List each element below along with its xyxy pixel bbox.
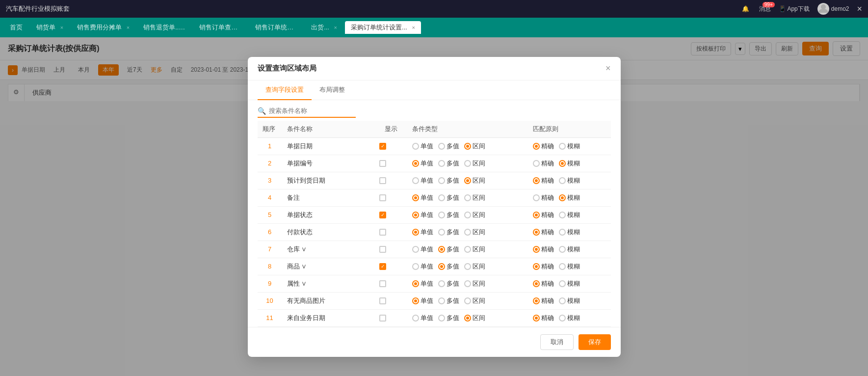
type-radio-单值[interactable]: 单值: [412, 245, 433, 254]
match-radio-模糊[interactable]: 模糊: [559, 176, 580, 185]
type-radio-多值[interactable]: 多值: [438, 142, 459, 151]
tab-sales-close[interactable]: ×: [60, 25, 63, 30]
type-radio-区间[interactable]: 区间: [464, 159, 485, 168]
match-radio-模糊[interactable]: 模糊: [559, 142, 580, 151]
dialog-tab-fields[interactable]: 查询字段设置: [258, 81, 312, 100]
type-radio-区间[interactable]: 区间: [464, 211, 485, 219]
match-radio-精确[interactable]: 精确: [533, 314, 554, 322]
cell-display[interactable]: [374, 189, 407, 206]
display-checkbox[interactable]: [379, 229, 386, 236]
type-radio-区间[interactable]: 区间: [464, 245, 485, 254]
cancel-button[interactable]: 取消: [540, 334, 574, 350]
type-radio-多值[interactable]: 多值: [438, 176, 459, 185]
notification-btn[interactable]: 🔔 99+ 消息: [742, 5, 770, 13]
match-radio-模糊[interactable]: 模糊: [559, 159, 580, 168]
type-radio-单值[interactable]: 单值: [412, 142, 433, 151]
type-radio-多值[interactable]: 多值: [438, 296, 459, 305]
type-radio-区间[interactable]: 区间: [464, 314, 485, 322]
tab-sales4[interactable]: 销售订单查询... ×: [193, 21, 247, 34]
type-radio-多值[interactable]: 多值: [438, 193, 459, 202]
match-radio-精确[interactable]: 精确: [533, 159, 554, 168]
match-radio-精确[interactable]: 精确: [533, 193, 554, 202]
type-radio-区间[interactable]: 区间: [464, 279, 485, 288]
display-checkbox[interactable]: [379, 297, 386, 304]
match-radio-模糊[interactable]: 模糊: [559, 193, 580, 202]
display-checkbox[interactable]: [379, 280, 386, 287]
tab-sales[interactable]: 销货单 ×: [30, 21, 69, 34]
display-checkbox[interactable]: [379, 177, 386, 184]
match-radio-精确[interactable]: 精确: [533, 142, 554, 151]
match-radio-模糊[interactable]: 模糊: [559, 228, 580, 237]
cell-display[interactable]: ✓: [374, 258, 407, 275]
user-avatar[interactable]: demo2: [817, 3, 849, 15]
display-checkbox[interactable]: ✓: [379, 263, 386, 270]
tab-purchase[interactable]: 采购订单统计设置... ×: [345, 21, 421, 34]
match-radio-精确[interactable]: 精确: [533, 296, 554, 305]
type-radio-多值[interactable]: 多值: [438, 314, 459, 322]
match-radio-精确[interactable]: 精确: [533, 228, 554, 237]
type-radio-区间[interactable]: 区间: [464, 176, 485, 185]
type-radio-单值[interactable]: 单值: [412, 193, 433, 202]
tab-sales-expense-close[interactable]: ×: [127, 25, 130, 30]
cell-display[interactable]: ✓: [374, 206, 407, 223]
cell-display[interactable]: [374, 292, 407, 309]
cell-display[interactable]: ✓: [374, 137, 407, 155]
tab-sales-expense[interactable]: 销售费用分摊单 ×: [71, 21, 135, 34]
display-checkbox[interactable]: [379, 194, 386, 201]
tab-sales5[interactable]: 销售订单统计... ×: [249, 21, 303, 34]
table-row: 5单据状态✓单值多值区间精确模糊: [258, 206, 611, 223]
display-checkbox[interactable]: [379, 160, 386, 167]
search-input[interactable]: [269, 107, 347, 114]
type-radio-单值[interactable]: 单值: [412, 262, 433, 271]
type-radio-区间[interactable]: 区间: [464, 142, 485, 151]
match-radio-模糊[interactable]: 模糊: [559, 314, 580, 322]
tab-sales3[interactable]: 销售退货单... ×: [137, 21, 191, 34]
cell-display[interactable]: [374, 241, 407, 258]
type-radio-单值[interactable]: 单值: [412, 314, 433, 322]
type-radio-单值[interactable]: 单值: [412, 211, 433, 219]
radio-circle: [559, 177, 566, 184]
tab-purchase-close[interactable]: ×: [412, 25, 415, 30]
type-radio-单值[interactable]: 单值: [412, 279, 433, 288]
type-radio-区间[interactable]: 区间: [464, 228, 485, 237]
match-radio-模糊[interactable]: 模糊: [559, 279, 580, 288]
display-checkbox[interactable]: [379, 246, 386, 253]
type-radio-区间[interactable]: 区间: [464, 296, 485, 305]
tab-sales6[interactable]: 出货... ×: [305, 21, 343, 34]
dialog-tab-layout[interactable]: 布局调整: [312, 81, 353, 100]
match-radio-精确[interactable]: 精确: [533, 262, 554, 271]
cell-display[interactable]: [374, 309, 407, 326]
save-button[interactable]: 保存: [579, 334, 611, 350]
type-radio-多值[interactable]: 多值: [438, 262, 459, 271]
tab-home[interactable]: 首页: [4, 21, 28, 34]
cell-display[interactable]: [374, 172, 407, 189]
match-radio-精确[interactable]: 精确: [533, 211, 554, 219]
type-radio-多值[interactable]: 多值: [438, 245, 459, 254]
download-btn[interactable]: 📱 App下载: [779, 5, 810, 13]
type-radio-多值[interactable]: 多值: [438, 159, 459, 168]
match-radio-精确[interactable]: 精确: [533, 279, 554, 288]
match-radio-精确[interactable]: 精确: [533, 176, 554, 185]
display-checkbox[interactable]: ✓: [379, 212, 386, 218]
type-radio-多值[interactable]: 多值: [438, 228, 459, 237]
display-checkbox[interactable]: ✓: [379, 143, 386, 150]
type-radio-单值[interactable]: 单值: [412, 296, 433, 305]
type-radio-区间[interactable]: 区间: [464, 193, 485, 202]
type-radio-多值[interactable]: 多值: [438, 211, 459, 219]
type-radio-单值[interactable]: 单值: [412, 159, 433, 168]
cell-display[interactable]: [374, 275, 407, 292]
match-radio-模糊[interactable]: 模糊: [559, 245, 580, 254]
cell-display[interactable]: [374, 155, 407, 172]
match-radio-模糊[interactable]: 模糊: [559, 296, 580, 305]
display-checkbox[interactable]: [379, 315, 386, 322]
type-radio-多值[interactable]: 多值: [438, 279, 459, 288]
type-radio-单值[interactable]: 单值: [412, 176, 433, 185]
cell-display[interactable]: [374, 223, 407, 241]
match-radio-精确[interactable]: 精确: [533, 245, 554, 254]
type-radio-单值[interactable]: 单值: [412, 228, 433, 237]
match-radio-模糊[interactable]: 模糊: [559, 262, 580, 271]
match-radio-模糊[interactable]: 模糊: [559, 211, 580, 219]
dialog-close-button[interactable]: ×: [605, 64, 611, 73]
close-all-icon[interactable]: ×: [857, 4, 862, 14]
type-radio-区间[interactable]: 区间: [464, 262, 485, 271]
